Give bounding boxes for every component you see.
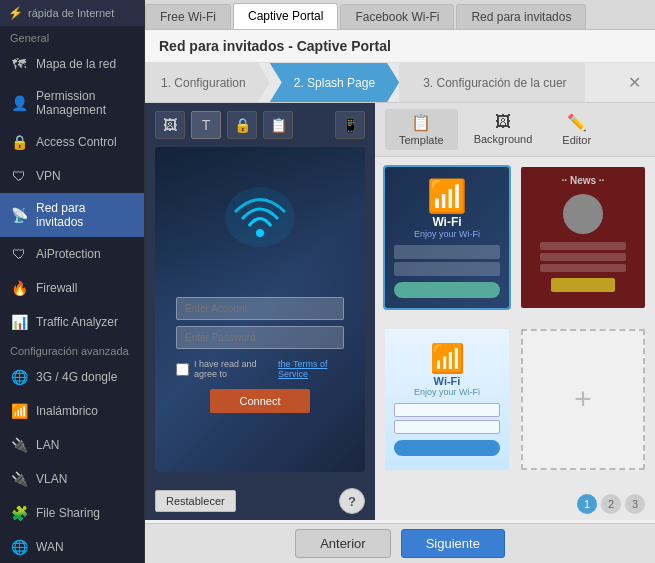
- copy-tool[interactable]: 📋: [263, 111, 293, 139]
- background-icon: 🖼: [495, 113, 511, 131]
- sidebar-item-wireless[interactable]: 📶 Inalámbrico: [0, 394, 144, 428]
- page-3[interactable]: 3: [625, 494, 645, 514]
- terms-link[interactable]: the Terms of Service: [278, 359, 344, 379]
- template-4-placeholder: +: [574, 382, 592, 416]
- template-1-title: Wi-Fi: [432, 215, 461, 229]
- next-button[interactable]: Siguiente: [401, 529, 505, 558]
- sidebar-item-3g[interactable]: 🌐 3G / 4G dongle: [0, 360, 144, 394]
- general-section-label: General: [0, 26, 144, 47]
- template-3-subtitle: Enjoy your Wi-Fi: [414, 387, 480, 397]
- sidebar-item-map[interactable]: 🗺 Mapa de la red: [0, 47, 144, 81]
- template-panel: 📋 Template 🖼 Background ✏️ Editor 📶: [375, 103, 655, 520]
- sidebar-item-firewall[interactable]: 🔥 Firewall: [0, 271, 144, 305]
- preview-bottom: Restablecer ?: [145, 482, 375, 520]
- template-tool-background[interactable]: 🖼 Background: [460, 109, 547, 150]
- sidebar-item-wan[interactable]: 🌐 WAN: [0, 530, 144, 563]
- sidebar-item-aiprotection-label: AiProtection: [36, 247, 101, 261]
- sidebar-item-lan-label: LAN: [36, 438, 59, 452]
- template-3-input-2: [394, 420, 499, 434]
- sidebar-item-fileshare[interactable]: 🧩 File Sharing: [0, 496, 144, 530]
- template-3-preview: 📶 Wi-Fi Enjoy your Wi-Fi: [385, 329, 509, 470]
- wizard-step-2[interactable]: 2. Splash Page: [270, 63, 399, 102]
- svg-point-1: [225, 187, 295, 247]
- sidebar-item-vlan[interactable]: 🔌 VLAN: [0, 462, 144, 496]
- firewall-icon: 🔥: [10, 279, 28, 297]
- image-tool[interactable]: 🖼: [155, 111, 185, 139]
- page-2[interactable]: 2: [601, 494, 621, 514]
- top-tabs: Free Wi-Fi Captive Portal Facebook Wi-Fi…: [145, 0, 655, 30]
- bottom-nav: Anterior Siguiente: [145, 523, 655, 563]
- sidebar-item-3g-label: 3G / 4G dongle: [36, 370, 117, 384]
- template-3-connect: [394, 440, 499, 456]
- content-area: 🖼 T 🔒 📋 📱: [145, 103, 655, 520]
- sidebar-search-text: rápida de Internet: [28, 7, 114, 19]
- text-tool[interactable]: T: [191, 111, 221, 139]
- template-1-connect: [394, 282, 499, 298]
- advanced-section-label: Configuración avanzada: [0, 339, 144, 360]
- sidebar-item-lan[interactable]: 🔌 LAN: [0, 428, 144, 462]
- template-1-input-1: [394, 245, 499, 259]
- restore-button[interactable]: Restablecer: [155, 490, 236, 512]
- tab-facebook[interactable]: Facebook Wi-Fi: [340, 4, 454, 29]
- wizard-step-3[interactable]: 3. Configuración de la cuer: [399, 63, 584, 102]
- template-card-3[interactable]: 📶 Wi-Fi Enjoy your Wi-Fi: [383, 327, 511, 472]
- template-1-wifi-icon: 📶: [427, 177, 467, 215]
- sidebar-item-access[interactable]: 🔒 Access Control: [0, 125, 144, 159]
- sidebar-item-fileshare-label: File Sharing: [36, 506, 100, 520]
- connect-button[interactable]: Connect: [210, 389, 311, 413]
- template-card-2[interactable]: ·· News ··: [519, 165, 647, 310]
- wizard-step-1[interactable]: 1. Configuration: [145, 63, 270, 102]
- password-input[interactable]: [176, 326, 344, 349]
- tab-guest[interactable]: Red para invitados: [456, 4, 586, 29]
- template-1-preview: 📶 Wi-Fi Enjoy your Wi-Fi: [385, 167, 509, 308]
- template-tool-template[interactable]: 📋 Template: [385, 109, 458, 150]
- template-card-1[interactable]: 📶 Wi-Fi Enjoy your Wi-Fi: [383, 165, 511, 310]
- template-1-form: [394, 245, 499, 298]
- main-content: Free Wi-Fi Captive Portal Facebook Wi-Fi…: [145, 0, 655, 563]
- background-tool-label: Background: [474, 133, 533, 145]
- sidebar-item-vpn[interactable]: 🛡 VPN: [0, 159, 144, 193]
- map-icon: 🗺: [10, 55, 28, 73]
- account-input[interactable]: [176, 297, 344, 320]
- sidebar-item-guest-label: Red para invitados: [36, 201, 134, 229]
- template-2-line-1: [540, 242, 626, 250]
- pagination: 1 2 3: [375, 488, 655, 520]
- sidebar-item-wireless-label: Inalámbrico: [36, 404, 98, 418]
- wifi-logo: [220, 177, 300, 250]
- vlan-icon: 🔌: [10, 470, 28, 488]
- sidebar-search[interactable]: ⚡ rápida de Internet: [0, 0, 144, 26]
- template-tool-label: Template: [399, 134, 444, 146]
- preview-screen: Wi-Fi Enjoy your Wi-Fi I have read and a…: [155, 147, 365, 472]
- sidebar-item-guest[interactable]: 📡 Red para invitados: [0, 193, 144, 237]
- sidebar-item-vlan-label: VLAN: [36, 472, 67, 486]
- sidebar-item-traffic[interactable]: 📊 Traffic Analyzer: [0, 305, 144, 339]
- prev-button[interactable]: Anterior: [295, 529, 391, 558]
- guest-icon: 📡: [10, 206, 28, 224]
- template-2-avatar: [563, 194, 603, 234]
- template-tool-editor[interactable]: ✏️ Editor: [548, 109, 605, 150]
- tab-freewifi[interactable]: Free Wi-Fi: [145, 4, 231, 29]
- template-4-preview: +: [521, 329, 645, 470]
- preview-form: [176, 297, 344, 355]
- editor-icon: ✏️: [567, 113, 587, 132]
- mobile-tool[interactable]: 📱: [335, 111, 365, 139]
- lock-tool[interactable]: 🔒: [227, 111, 257, 139]
- page-1[interactable]: 1: [577, 494, 597, 514]
- wan-icon: 🌐: [10, 538, 28, 556]
- lan-icon: 🔌: [10, 436, 28, 454]
- template-grid: 📶 Wi-Fi Enjoy your Wi-Fi ·· News ··: [375, 157, 655, 488]
- close-button[interactable]: ✕: [622, 73, 647, 92]
- sidebar-item-permission[interactable]: 👤 Permission Management: [0, 81, 144, 125]
- help-button[interactable]: ?: [339, 488, 365, 514]
- tab-captive[interactable]: Captive Portal: [233, 3, 338, 29]
- template-card-4[interactable]: +: [519, 327, 647, 472]
- sidebar-item-aiprotection[interactable]: 🛡 AiProtection: [0, 237, 144, 271]
- template-3-form: [394, 403, 499, 456]
- template-2-title: ·· News ··: [562, 175, 605, 186]
- wizard-steps: 1. Configuration 2. Splash Page 3. Confi…: [145, 63, 655, 103]
- sidebar-item-map-label: Mapa de la red: [36, 57, 116, 71]
- sidebar-item-traffic-label: Traffic Analyzer: [36, 315, 118, 329]
- template-1-input-2: [394, 262, 499, 276]
- wireless-icon: 📶: [10, 402, 28, 420]
- terms-checkbox[interactable]: [176, 363, 189, 376]
